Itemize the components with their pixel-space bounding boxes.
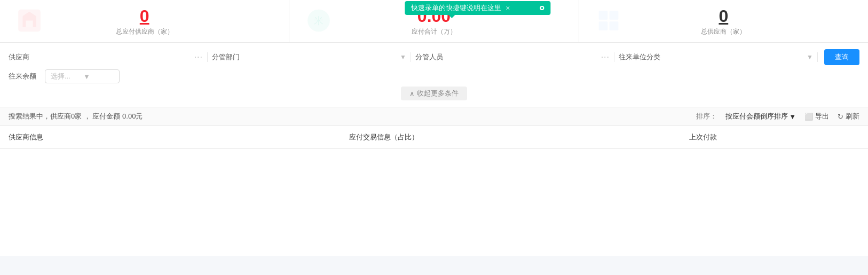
filter-bar: 供应商 ··· 分管部门 ▼ 分管人员 ··· 往来单位分类 ▼ 查询 往来余额… [0,43,868,107]
supplier-icon [16,7,43,35]
table-header: 供应商信息 应付交易信息（占比） 上次付款 [0,126,868,149]
balance-filter-select[interactable]: 选择... ▼ [45,69,120,83]
person-filter-input[interactable] [446,53,598,61]
svg-rect-7 [609,21,618,30]
results-amount: 应付金额 0.00元 [92,112,143,120]
collapse-text: 收起更多条件 [417,89,459,98]
stat-payable-suppliers: 0 总应付供应商（家） [0,0,289,42]
supplier-filter-label: 供应商 [9,52,30,62]
svg-rect-6 [598,21,607,30]
refresh-icon: ↻ [838,113,843,121]
sort-value-text: 按应付会额倒序排序 [725,112,788,121]
filter-supplier: 供应商 ··· [9,52,208,62]
collapse-button[interactable]: ∧ 收起更多条件 [401,87,467,100]
results-actions: 排序： 按应付会额倒序排序 ▼ ⬜ 导出 ↻ 刷新 [696,112,859,121]
tooltip-close-button[interactable]: × [506,4,510,12]
payable-total-label: 应付合计（万） [412,27,456,36]
svg-rect-4 [598,11,607,20]
sort-label: 排序： [696,112,717,121]
tooltip-line [515,8,536,9]
dept-dropdown-icon[interactable]: ▼ [400,53,406,61]
col-payment-header: 上次付款 [689,132,859,142]
tooltip-text: 快速录单的快捷键说明在这里 [411,3,501,13]
supplier-more-button[interactable]: ··· [194,52,203,62]
balance-filter-label: 往来余额 [9,72,41,81]
grid-icon [595,7,622,35]
supplier-filter-input[interactable] [33,53,191,61]
results-summary: 搜索结果中，供应商0家 ， 应付金额 0.00元 [9,112,143,121]
payable-suppliers-number[interactable]: 0 [140,6,149,26]
search-button[interactable]: 查询 [824,49,859,65]
total-suppliers-label: 总供应商（家） [701,27,746,36]
export-button[interactable]: ⬜ 导出 [804,112,829,121]
results-text: 搜索结果中，供应商0家 [9,112,82,120]
results-separator: ， [84,112,91,120]
filter-row-1: 供应商 ··· 分管部门 ▼ 分管人员 ··· 往来单位分类 ▼ 查询 [9,49,859,65]
category-dropdown-icon[interactable]: ▼ [807,53,813,61]
chevron-up-icon: ∧ [409,90,415,98]
refresh-button[interactable]: ↻ 刷新 [838,112,859,121]
tooltip-dot [540,6,545,10]
shortcut-tooltip: 快速录单的快捷键说明在这里 × [405,1,550,15]
filter-category: 往来单位分类 ▼ [614,52,818,62]
stat-total-suppliers: 0 总供应商（家） [579,0,868,42]
balance-dropdown-icon: ▼ [83,73,114,81]
dept-filter-label: 分管部门 [212,52,240,62]
top-stats: 0 总应付供应商（家） 米 0.00 应付合计（万） 快速录单的快捷键说明在这里… [0,0,868,43]
results-bar: 搜索结果中，供应商0家 ， 应付金额 0.00元 排序： 按应付会额倒序排序 ▼… [0,107,868,126]
export-label: 导出 [815,112,829,121]
filter-row-2: 往来余额 选择... ▼ [9,69,859,83]
person-filter-label: 分管人员 [415,52,443,62]
svg-rect-1 [26,20,33,27]
total-suppliers-number[interactable]: 0 [719,6,728,26]
filter-person: 分管人员 ··· [411,52,614,62]
person-more-button[interactable]: ··· [601,52,610,62]
svg-rect-5 [609,11,618,20]
sort-value-button[interactable]: 按应付会额倒序排序 ▼ [725,112,796,121]
balance-filter-placeholder: 选择... [51,72,81,81]
dept-filter-input[interactable] [243,53,397,61]
refresh-label: 刷新 [846,112,859,121]
stat-payable-total: 米 0.00 应付合计（万） 快速录单的快捷键说明在这里 × [289,0,579,42]
col-supplier-header: 供应商信息 [9,132,349,142]
table-body [0,149,868,256]
category-filter-label: 往来单位分类 [619,52,660,62]
filter-dept: 分管部门 ▼ [208,52,411,62]
svg-text:米: 米 [314,15,323,26]
payable-suppliers-label: 总应付供应商（家） [116,27,173,36]
money-icon: 米 [305,7,332,35]
sort-dropdown-icon: ▼ [789,113,796,121]
export-icon: ⬜ [804,113,813,121]
col-transaction-header: 应付交易信息（占比） [349,132,690,142]
category-filter-input[interactable] [664,53,803,61]
